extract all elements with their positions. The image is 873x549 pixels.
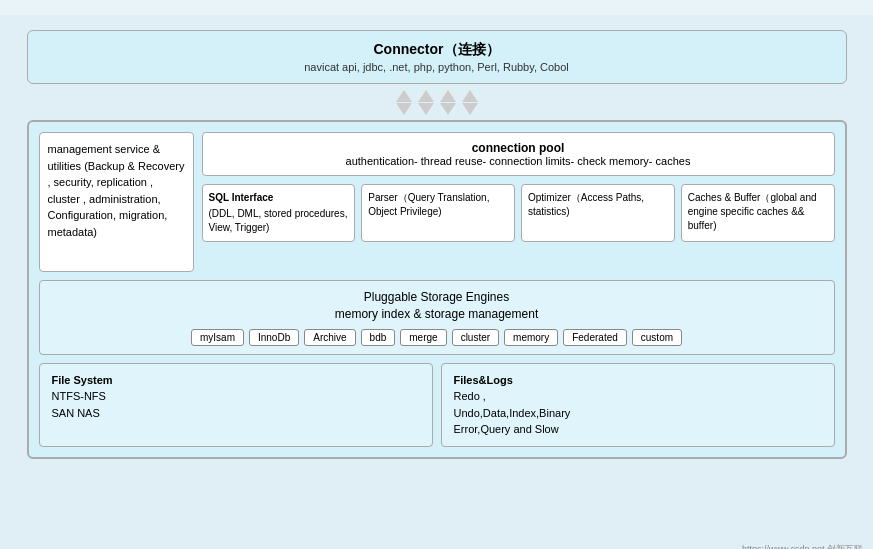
connection-pool-title: connection pool	[211, 141, 826, 155]
connector-title: Connector（连接）	[48, 41, 826, 59]
engine-tag: custom	[632, 329, 682, 346]
arrow-area	[395, 84, 479, 120]
filesystem-detail: NTFS-NFS SAN NAS	[52, 388, 420, 421]
server-box: management service & utilities (Backup &…	[27, 120, 847, 459]
arrow-4	[461, 87, 479, 117]
filesystem-title: File System	[52, 372, 420, 389]
storage-title: Pluggable Storage Engines memory index &…	[48, 289, 826, 323]
arrow-up-1	[396, 90, 412, 102]
management-box: management service & utilities (Backup &…	[39, 132, 194, 272]
engine-tag: Federated	[563, 329, 627, 346]
arrow-3	[439, 87, 457, 117]
sql-interface-title: SQL Interface	[209, 191, 349, 205]
arrow-1	[395, 87, 413, 117]
file-row: File System NTFS-NFS SAN NAS Files&Logs …	[39, 363, 835, 447]
engine-tag: merge	[400, 329, 446, 346]
arrow-down-4	[462, 103, 478, 115]
engine-tag: InnoDb	[249, 329, 299, 346]
right-panel: connection pool authentication- thread r…	[202, 132, 835, 272]
storage-subtitle-text: memory index & storage management	[335, 307, 538, 321]
connector-subtitle: navicat api, jdbc, .net, php, python, Pe…	[48, 61, 826, 73]
parser-box: Parser（Query Translation, Object Privile…	[361, 184, 515, 242]
sql-interface-box: SQL Interface (DDL, DML, stored procedur…	[202, 184, 356, 242]
arrow-up-2	[418, 90, 434, 102]
caches-text: Caches & Buffer（global and engine specif…	[688, 191, 828, 233]
parser-text: Parser（Query Translation, Object Privile…	[368, 191, 508, 219]
optimizer-text: Optimizer（Access Paths, statistics)	[528, 191, 668, 219]
watermark: https://www.csdn.net 创新互联	[742, 543, 863, 549]
four-boxes: SQL Interface (DDL, DML, stored procedur…	[202, 184, 835, 242]
caches-box: Caches & Buffer（global and engine specif…	[681, 184, 835, 242]
engine-tag: cluster	[452, 329, 499, 346]
top-row: management service & utilities (Backup &…	[39, 132, 835, 272]
arrow-down-2	[418, 103, 434, 115]
arrow-up-4	[462, 90, 478, 102]
engine-tag: memory	[504, 329, 558, 346]
arrow-up-3	[440, 90, 456, 102]
connector-box: Connector（连接） navicat api, jdbc, .net, p…	[27, 30, 847, 84]
sql-interface-detail: (DDL, DML, stored procedures, View, Trig…	[209, 207, 349, 235]
files-logs-box: Files&Logs Redo , Undo,Data,Index,Binary…	[441, 363, 835, 447]
arrow-2	[417, 87, 435, 117]
arrow-down-1	[396, 103, 412, 115]
engine-tags: myIsamInnoDbArchivebdbmergeclustermemory…	[48, 329, 826, 346]
files-logs-detail: Redo , Undo,Data,Index,Binary Error,Quer…	[454, 388, 822, 438]
files-logs-title: Files&Logs	[454, 372, 822, 389]
engine-tag: myIsam	[191, 329, 244, 346]
filesystem-box: File System NTFS-NFS SAN NAS	[39, 363, 433, 447]
arrow-down-3	[440, 103, 456, 115]
arrows	[395, 87, 479, 117]
engine-tag: bdb	[361, 329, 396, 346]
page-wrapper: Connector（连接） navicat api, jdbc, .net, p…	[0, 15, 873, 549]
connection-pool-box: connection pool authentication- thread r…	[202, 132, 835, 176]
storage-section: Pluggable Storage Engines memory index &…	[39, 280, 835, 355]
optimizer-box: Optimizer（Access Paths, statistics)	[521, 184, 675, 242]
engine-tag: Archive	[304, 329, 355, 346]
connection-pool-subtitle: authentication- thread reuse- connection…	[211, 155, 826, 167]
storage-title-text: Pluggable Storage Engines	[364, 290, 509, 304]
